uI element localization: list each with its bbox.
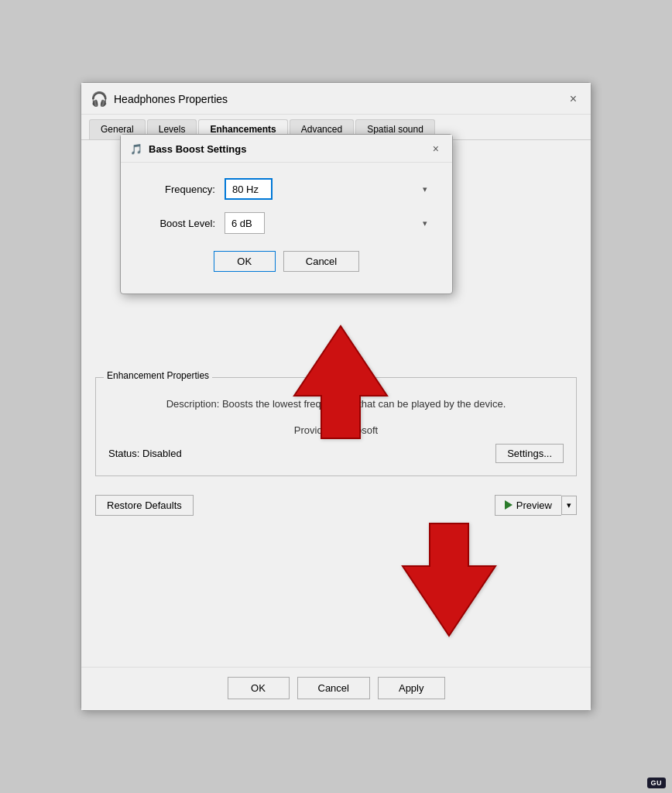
dialog-close-button[interactable]: × <box>429 142 443 156</box>
frequency-chevron-icon: ▾ <box>423 184 427 194</box>
restore-defaults-button[interactable]: Restore Defaults <box>95 495 194 516</box>
main-apply-button[interactable]: Apply <box>378 677 445 699</box>
preview-dropdown-button[interactable]: ▾ <box>561 496 577 515</box>
frequency-select[interactable]: 80 Hz 100 Hz 125 Hz <box>225 178 273 200</box>
bottom-buttons: Restore Defaults Preview ▾ <box>95 489 577 519</box>
svg-marker-1 <box>403 524 495 636</box>
window-close-button[interactable]: × <box>565 91 581 108</box>
enhancement-status: Status: Disabled <box>108 448 182 459</box>
dialog-body: Frequency: 80 Hz 100 Hz 125 Hz ▾ <box>121 163 452 294</box>
dialog-title-left: 🎵 Bass Boost Settings <box>130 143 246 155</box>
dialog-buttons: OK Cancel <box>139 246 434 278</box>
title-bar: 🎧 Headphones Properties × <box>81 83 591 115</box>
dialog-cancel-button[interactable]: Cancel <box>283 251 359 272</box>
boost-level-chevron-icon: ▾ <box>423 218 427 228</box>
main-content: 🎵 Bass Boost Settings × Frequency: 8 <box>81 140 591 667</box>
frequency-label: Frequency: <box>139 184 225 195</box>
dialog-titlebar: 🎵 Bass Boost Settings × <box>121 135 452 163</box>
frequency-row: Frequency: 80 Hz 100 Hz 125 Hz ▾ <box>139 178 434 200</box>
enhancement-description: Description: Boosts the lowest frequenci… <box>108 396 564 412</box>
enhancement-section-container: Enhancement Properties Description: Boos… <box>95 377 577 519</box>
enhancement-provider: Provider: Microsoft <box>108 424 564 436</box>
title-bar-left: 🎧 Headphones Properties <box>91 91 228 108</box>
frequency-select-wrapper: 80 Hz 100 Hz 125 Hz ▾ <box>225 178 434 200</box>
main-footer: OK Cancel Apply <box>81 667 591 710</box>
settings-button[interactable]: Settings... <box>495 444 564 463</box>
dialog-box: 🎵 Bass Boost Settings × Frequency: 8 <box>120 134 453 294</box>
watermark: GU <box>647 778 667 788</box>
dialog-title: Bass Boost Settings <box>149 143 246 155</box>
arrow-down-annotation <box>399 520 499 646</box>
boost-level-select-wrapper: 6 dB 9 dB 12 dB ▾ <box>225 212 434 234</box>
preview-group: Preview ▾ <box>495 495 577 516</box>
enhancement-section-title: Enhancement Properties <box>104 370 212 381</box>
bass-boost-dialog: 🎵 Bass Boost Settings × Frequency: 8 <box>120 134 453 294</box>
enhancement-properties-section: Enhancement Properties Description: Boos… <box>95 377 577 476</box>
boost-level-row: Boost Level: 6 dB 9 dB 12 dB ▾ <box>139 212 434 234</box>
boost-level-label: Boost Level: <box>139 218 225 229</box>
play-icon <box>505 500 513 510</box>
preview-label: Preview <box>516 499 552 511</box>
headphone-icon: 🎧 <box>91 91 108 108</box>
main-cancel-button[interactable]: Cancel <box>297 677 370 699</box>
dialog-ok-button[interactable]: OK <box>214 251 276 272</box>
window-title: Headphones Properties <box>114 93 228 105</box>
boost-level-select[interactable]: 6 dB 9 dB 12 dB <box>225 212 265 234</box>
headphones-properties-window: 🎧 Headphones Properties × General Levels… <box>81 82 591 711</box>
dialog-icon: 🎵 <box>130 143 142 155</box>
preview-button[interactable]: Preview <box>495 495 561 516</box>
main-ok-button[interactable]: OK <box>228 677 290 699</box>
